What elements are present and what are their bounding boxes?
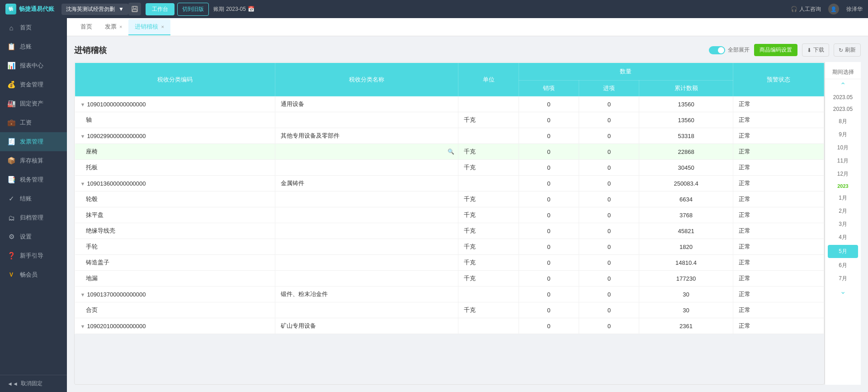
scroll-down-button[interactable]: ⌄	[825, 285, 861, 297]
row-leiji: 22868	[639, 144, 733, 160]
row-code: 托板	[75, 160, 275, 176]
download-button[interactable]: ⬇ 下载	[802, 43, 829, 57]
col-subheader-xiaoxiang: 销项	[519, 81, 579, 96]
tab-reconcile[interactable]: 进销稽核 ×	[128, 19, 170, 35]
row-xiaoxiang: 0	[519, 207, 579, 223]
period-item[interactable]: 3月	[825, 218, 861, 231]
switch-version-button[interactable]: 切到旧版	[177, 3, 209, 16]
row-xiaoxiang: 0	[519, 176, 579, 191]
sidebar-item-ledger[interactable]: 📋 总账	[0, 37, 67, 56]
download-icon: ⬇	[807, 47, 811, 53]
app-container: 畅 畅捷通易代账 沈海英测试经营勿删 ▼ 工作台 切到旧版 账期 2023-05…	[0, 0, 868, 392]
search-icon-small: 🔍	[448, 148, 454, 155]
toolbar-right: 全部展开 商品编码设置 ⬇ 下载 ↻ 刷新	[709, 43, 861, 57]
expand-icon[interactable]: ▼	[80, 102, 85, 107]
expand-icon[interactable]: ▼	[80, 292, 85, 297]
company-selector[interactable]: 沈海英测试经营勿删 ▼	[61, 4, 128, 15]
row-status: 正常	[733, 271, 824, 287]
expand-icon[interactable]: ▼	[80, 181, 85, 186]
period-item[interactable]: 2月	[825, 205, 861, 218]
sidebar-item-guide[interactable]: ❓ 新手引导	[0, 246, 67, 265]
row-jinxiang: 0	[579, 207, 639, 223]
tab-invoice-label: 发票	[105, 23, 117, 31]
tab-home[interactable]: 首页	[74, 19, 99, 35]
row-unit: 千克	[458, 191, 519, 207]
row-status: 正常	[733, 144, 824, 160]
sidebar-item-funds[interactable]: 💰 资金管理	[0, 75, 67, 94]
sidebar-unpin-button[interactable]: ◄◄ 取消固定	[0, 375, 67, 392]
row-unit: 千克	[458, 144, 519, 160]
expand-icon[interactable]: ▼	[80, 324, 85, 329]
app-logo-text: 畅捷通易代账	[19, 5, 54, 13]
sidebar-item-archive[interactable]: 🗂 归档管理	[0, 208, 67, 227]
member-icon: V	[7, 272, 15, 278]
sidebar-item-tax[interactable]: 📑 税务管理	[0, 170, 67, 189]
refresh-button[interactable]: ↻ 刷新	[834, 43, 861, 57]
sidebar-item-settlement[interactable]: ✓ 结账	[0, 189, 67, 208]
row-leiji: 45821	[639, 223, 733, 239]
sidebar-item-payroll[interactable]: 💼 工资	[0, 113, 67, 132]
workbench-button[interactable]: 工作台	[146, 3, 175, 15]
row-code: 合页	[75, 302, 275, 318]
period-item-active[interactable]: 5月	[828, 245, 858, 258]
row-unit	[458, 176, 519, 191]
period-item[interactable]: 2023.05	[825, 91, 861, 103]
row-status: 正常	[733, 160, 824, 176]
period-item[interactable]: 8月	[825, 115, 861, 128]
sidebar-item-member[interactable]: V 畅会员	[0, 265, 67, 284]
period-item[interactable]: 6月	[825, 259, 861, 272]
calendar-icon[interactable]: 📅	[248, 6, 255, 12]
table-container[interactable]: 税收分类编码 税收分类名称 单位 数量 预警状态 销项 进项 累计数额	[74, 62, 825, 385]
period-item[interactable]: 10月	[825, 141, 861, 154]
period-item[interactable]: 4月	[825, 231, 861, 244]
sidebar-label-invoice: 发票管理	[20, 138, 43, 146]
sidebar-item-home[interactable]: ⌂ 首页	[0, 18, 67, 37]
expand-toggle[interactable]	[709, 46, 725, 54]
row-code: ▼109013600000000000	[75, 176, 275, 191]
row-name	[275, 207, 458, 223]
table-row: 合页 千克 0 0 30 正常	[75, 302, 824, 318]
tab-bar: 首页 发票 × 进销稽核 ×	[67, 18, 868, 36]
data-table: 税收分类编码 税收分类名称 单位 数量 预警状态 销项 进项 累计数额	[75, 62, 824, 334]
table-row: 托板 千克 0 0 30450 正常	[75, 160, 824, 176]
period-item[interactable]: 11月	[825, 154, 861, 167]
sidebar-item-inventory[interactable]: 📦 库存核算	[0, 151, 67, 170]
row-status: 正常	[733, 287, 824, 302]
ai-consult-button[interactable]: 🎧 人工咨询	[791, 5, 821, 13]
row-xiaoxiang: 0	[519, 191, 579, 207]
sidebar-item-invoice[interactable]: 🧾 发票管理	[0, 132, 67, 151]
row-jinxiang: 0	[579, 287, 639, 302]
reports-icon: 📊	[7, 62, 15, 70]
sidebar-label-home: 首页	[20, 24, 32, 32]
tab-reconcile-close[interactable]: ×	[161, 24, 164, 29]
table-row: ▼109010000000000000 通用设备 0 0 13560 正常	[75, 96, 824, 112]
save-button[interactable]	[128, 3, 141, 15]
period-item[interactable]: 9月	[825, 128, 861, 141]
refresh-icon: ↻	[839, 47, 843, 53]
tab-invoice[interactable]: 发票 ×	[99, 19, 128, 35]
sidebar-item-reports[interactable]: 📊 报表中心	[0, 56, 67, 75]
sidebar-label-settings: 设置	[20, 233, 32, 241]
period-item[interactable]: 7月	[825, 272, 861, 285]
row-jinxiang: 0	[579, 128, 639, 144]
row-jinxiang: 0	[579, 223, 639, 239]
period-item[interactable]: 2023.05	[825, 103, 861, 115]
row-name	[275, 191, 458, 207]
period-item[interactable]: 12月	[825, 167, 861, 181]
sidebar-item-assets[interactable]: 🏭 固定资产	[0, 94, 67, 113]
expand-icon[interactable]: ▼	[80, 134, 85, 139]
period-item[interactable]: 1月	[825, 191, 861, 205]
settlement-icon: ✓	[7, 195, 15, 203]
row-leiji: 13560	[639, 112, 733, 128]
row-xiaoxiang: 0	[519, 144, 579, 160]
product-code-button[interactable]: 商品编码设置	[754, 44, 797, 56]
sidebar-label-inventory: 库存核算	[20, 157, 43, 165]
row-name: 🔍	[275, 144, 458, 160]
scroll-up-button[interactable]: ⌃	[825, 79, 861, 91]
row-unit: 千克	[458, 271, 519, 287]
col-subheader-jinxiang: 进项	[579, 81, 639, 96]
sidebar-item-settings[interactable]: ⚙ 设置	[0, 227, 67, 246]
row-unit: 千克	[458, 239, 519, 255]
tab-invoice-close[interactable]: ×	[119, 24, 122, 29]
row-name: 矿山专用设备	[275, 318, 458, 334]
